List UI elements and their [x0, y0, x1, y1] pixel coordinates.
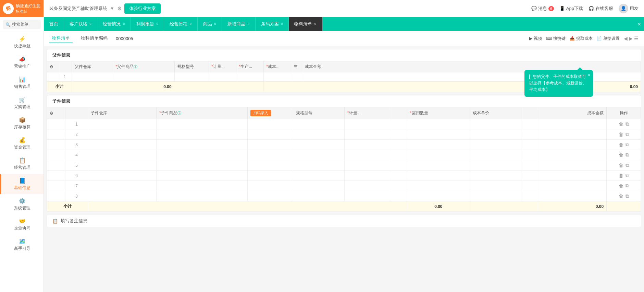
parent-row-product[interactable]	[113, 72, 174, 82]
close-operation-tab[interactable]: ×	[123, 22, 125, 26]
child-row-product-3[interactable]	[156, 140, 247, 150]
child-row-product-5[interactable]	[156, 160, 247, 171]
child-row-spec-8[interactable]	[293, 191, 345, 201]
user-menu[interactable]: 👤 用友	[619, 4, 639, 13]
child-row-warehouse-8[interactable]	[88, 191, 157, 201]
child-row-warehouse-6[interactable]	[88, 171, 157, 181]
close-bom-tab[interactable]: ×	[314, 22, 316, 26]
child-row-warehouse-5[interactable]	[88, 160, 157, 171]
child-row-spec-3[interactable]	[293, 140, 345, 150]
child-row-unit-price-1[interactable]	[470, 119, 521, 129]
copy-icon-6[interactable]: ⧉	[626, 173, 629, 178]
copy-icon-5[interactable]: ⧉	[626, 162, 629, 168]
child-row-unit-1[interactable]	[344, 119, 390, 129]
close-all-tabs[interactable]: ✕	[635, 22, 644, 27]
tab-barcode[interactable]: 条码方案 ×	[256, 17, 289, 31]
delete-icon-1[interactable]: 🗑	[619, 121, 623, 127]
child-row-product-8[interactable]	[156, 191, 247, 201]
parent-col-gear[interactable]: ⚙	[47, 61, 58, 72]
child-row-product-6[interactable]	[156, 171, 247, 181]
close-profit-tab[interactable]: ×	[156, 22, 158, 26]
dropdown-icon[interactable]: ▼	[110, 6, 114, 11]
try-button[interactable]: 体验行业方案	[124, 3, 161, 14]
copy-icon-3[interactable]: ⧉	[626, 142, 629, 148]
child-row-unit-price-3[interactable]	[470, 140, 521, 150]
sidebar-item-enterprise[interactable]: 🤝 企业协同	[0, 214, 44, 235]
parent-row-production[interactable]	[236, 72, 263, 82]
sidebar-item-guide[interactable]: 🗺️ 新手引导	[0, 235, 44, 255]
sidebar-item-business[interactable]: 📋 经营管理	[0, 154, 44, 174]
tab-operation[interactable]: 经营情况 ×	[97, 17, 131, 31]
grid-icon[interactable]: ☰	[634, 36, 639, 41]
child-row-unit-8[interactable]	[344, 191, 390, 201]
child-row-unit-price-6[interactable]	[470, 171, 521, 181]
delete-icon-4[interactable]: 🗑	[619, 152, 623, 158]
single-settings-button[interactable]: 📄 单据设置	[597, 36, 620, 42]
delete-icon-3[interactable]: 🗑	[619, 142, 623, 148]
child-row-qty-3[interactable]	[407, 140, 470, 150]
parent-row-warehouse[interactable]	[72, 72, 113, 82]
tab-profit[interactable]: 利润报告 ×	[131, 17, 164, 31]
child-row-spec-6[interactable]	[293, 171, 345, 181]
child-row-warehouse-4[interactable]	[88, 150, 157, 160]
child-row-unit-price-8[interactable]	[470, 191, 521, 201]
parent-row-cost[interactable]	[263, 72, 291, 82]
child-row-unit-5[interactable]	[344, 160, 390, 171]
copy-icon-2[interactable]: ⧉	[626, 131, 629, 137]
delete-icon-5[interactable]: 🗑	[619, 163, 623, 168]
tab-home[interactable]: 首页	[44, 17, 64, 31]
sidebar-item-inventory[interactable]: 📦 库存核算	[0, 113, 44, 133]
child-row-qty-2[interactable]	[407, 129, 470, 140]
close-new-product-tab[interactable]: ×	[247, 22, 249, 26]
delete-icon-6[interactable]: 🗑	[619, 173, 623, 178]
copy-icon-7[interactable]: ⧉	[626, 183, 629, 189]
sidebar-item-basic-info[interactable]: 📘 基础信息	[0, 174, 44, 194]
close-history-tab[interactable]: ×	[189, 22, 191, 26]
child-row-unit-price-4[interactable]	[470, 150, 521, 160]
child-row-product-4[interactable]	[156, 150, 247, 160]
tab-customer[interactable]: 客户联络 ×	[64, 17, 97, 31]
child-row-warehouse-3[interactable]	[88, 140, 157, 150]
search-menu-button[interactable]: 🔍 搜索菜单	[3, 20, 41, 29]
child-row-unit-4[interactable]	[344, 150, 390, 160]
child-row-qty-5[interactable]	[407, 160, 470, 171]
tab-new-product[interactable]: 新增商品 ×	[222, 17, 255, 31]
copy-icon-4[interactable]: ⧉	[626, 152, 629, 158]
child-row-qty-4[interactable]	[407, 150, 470, 160]
child-row-unit-3[interactable]	[344, 140, 390, 150]
parent-row-spec[interactable]	[174, 72, 209, 82]
extract-cost-button[interactable]: 📥 提取成本	[570, 36, 593, 42]
shortcuts-button[interactable]: ⌨ 快捷键	[546, 36, 566, 42]
sidebar-item-system[interactable]: ⚙️ 系统管理	[0, 194, 44, 214]
child-row-unit-price-5[interactable]	[470, 160, 521, 171]
settings-icon[interactable]: ⚙	[117, 5, 122, 12]
child-row-spec-2[interactable]	[293, 129, 345, 140]
child-row-product-7[interactable]	[156, 181, 247, 191]
delete-icon-8[interactable]: 🗑	[619, 194, 623, 199]
scan-input-button[interactable]: 扫码录入	[250, 110, 271, 116]
copy-icon-1[interactable]: ⧉	[626, 121, 629, 127]
close-product-tab[interactable]: ×	[214, 22, 216, 26]
child-row-qty-6[interactable]	[407, 171, 470, 181]
child-row-unit-2[interactable]	[344, 129, 390, 140]
sidebar-item-marketing[interactable]: 📣 营销推广	[0, 52, 44, 73]
nav-left-icon[interactable]: ◀	[624, 36, 628, 41]
child-row-product-2[interactable]	[156, 129, 247, 140]
child-row-qty-8[interactable]	[407, 191, 470, 201]
child-row-unit-6[interactable]	[344, 171, 390, 181]
online-service-button[interactable]: 🎧 在线客服	[589, 5, 613, 12]
delete-icon-7[interactable]: 🗑	[619, 183, 623, 189]
parent-row-unit[interactable]	[209, 72, 236, 82]
child-row-unit-7[interactable]	[344, 181, 390, 191]
tab-bom[interactable]: 物料清单 ×	[289, 17, 322, 31]
sub-tab-bom-code[interactable]: 物料清单编码	[78, 34, 110, 43]
copy-icon-8[interactable]: ⧉	[626, 193, 629, 199]
app-download-button[interactable]: 📱 App下载	[559, 5, 583, 12]
close-barcode-tab[interactable]: ×	[281, 22, 283, 26]
tab-product[interactable]: 商品 ×	[198, 17, 222, 31]
child-row-unit-price-2[interactable]	[470, 129, 521, 140]
sub-tab-bom-list[interactable]: 物料清单	[49, 34, 73, 43]
nav-right-icon[interactable]: ▶	[629, 36, 633, 41]
child-row-spec-1[interactable]	[293, 119, 345, 129]
sidebar-item-purchase[interactable]: 🛒 采购管理	[0, 93, 44, 113]
